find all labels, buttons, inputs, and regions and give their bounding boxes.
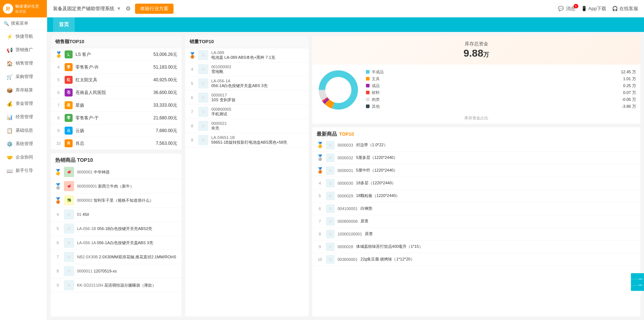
product-image: □ — [198, 78, 208, 89]
product-image: □ — [64, 223, 74, 234]
donut-chart-svg — [317, 68, 360, 112]
float-btn-service[interactable]: 客服热线 — [631, 273, 644, 279]
list-item: 7 □ NB2.0X30B 2.0X30MM双排花轴,推花直径2.1MM/ROH… — [51, 250, 182, 264]
inventory-legend: 半成品 12.45 万 文具 1.01 万 成品 0 — [366, 69, 636, 111]
list-item: 4 □ 0000030 18多层（1220*2440） — [312, 177, 640, 190]
product-image: □ — [326, 179, 335, 188]
list-item: 7 □ 000800008 原查 — [312, 215, 640, 228]
list-item: 10 肖 肖总 7,563.00元 — [51, 137, 182, 150]
guide-icon: 📖 — [6, 168, 13, 174]
main-area: 装备及固定资产辅助管理系统 ▼ ⚙ 体验行业方案 💬 6 消息 📱 App下载 … — [47, 0, 644, 320]
product-image: □ — [64, 209, 74, 220]
list-item: 7 星 星扬 33,333.00元 — [51, 99, 182, 112]
sidebar-item-corp[interactable]: 🤝 企业协同 — [0, 151, 47, 164]
message-badge[interactable]: 💬 6 消息 — [558, 5, 575, 12]
header-right: 💬 6 消息 📱 App下载 🎧 在线客服 — [558, 5, 638, 12]
avatar: 云 — [65, 127, 73, 135]
sidebar-item-finance[interactable]: 💰 资金管理 — [0, 97, 47, 110]
quicknav-icon: ⚡ — [6, 34, 13, 40]
badge-count: 6 — [574, 4, 578, 8]
search-menu[interactable]: 🔍 搜索菜单 — [0, 17, 47, 30]
hot-products-panel: 热销商品 TOP10 🥇 🥩 0000001 中华神器 🥈 — [51, 153, 182, 316]
list-item: 8 □ 10000100001 原查 — [312, 228, 640, 241]
new-products-panel: 最新商品 TOP10 🥇 □ 0000033 封边带（1.0*22） 🥈 □ — [312, 127, 640, 316]
list-item: 🥈 □ 0000032 5厘多层（1220*2440） — [312, 152, 640, 164]
avatar: 零 — [65, 63, 73, 71]
sales-panel-header: 销量TOP10 — [185, 36, 309, 48]
inventory-total: 库存总资金 9.88万 — [312, 36, 640, 65]
logo-area: 好 畅捷通好生意 标准版 — [0, 0, 47, 17]
trial-button[interactable]: 体验行业方案 — [135, 4, 174, 14]
list-item: 8 □ 0000021 夹壳 — [185, 119, 309, 133]
product-image: □ — [326, 217, 335, 226]
list-item: 9 云 云扬 7,680.00元 — [51, 124, 182, 137]
list-item: 4 零 零售客户-许 51,183.00元 — [51, 61, 182, 74]
customer-list: 🥇 L LS 客户 53,006.26元 4 零 零售客户-许 51,183.0… — [51, 48, 182, 150]
avatar: 红 — [65, 76, 73, 84]
list-item: 🥉 🥦 0000002 智利车子里（规格不知道填什么） — [51, 193, 182, 208]
medal-icon: 🥇 — [55, 51, 62, 58]
product-image: □ — [64, 280, 74, 290]
content-area: 销售额TOP10 🥇 L LS 客户 53,006.26元 4 零 — [47, 32, 644, 320]
legend-item: 肉类 -0.05 万 — [366, 97, 636, 102]
hot-products-header: 热销商品 TOP10 — [51, 153, 182, 165]
legend-item: 材料 0.07 万 — [366, 90, 636, 95]
avatar: 苍 — [65, 89, 73, 97]
tab-home[interactable]: 首页 — [53, 17, 75, 32]
sales-icon: 🏠 — [6, 61, 13, 66]
sales-top10-panel: 销量TOP10 🥉 □ LA-089 电池盖 LA-089 ABS本色+黑种 7… — [185, 36, 309, 316]
avatar: L — [65, 50, 73, 58]
finance-icon: 💰 — [6, 101, 13, 107]
system-icon: ⚙️ — [6, 141, 13, 147]
logo-text: 畅捷通好生意 标准版 — [15, 4, 39, 13]
marketing-icon: 📢 — [6, 47, 13, 53]
sidebar-item-sales[interactable]: 🏠 销售管理 — [0, 57, 47, 70]
product-image: 🥩 — [64, 167, 74, 177]
sidebar-item-purchase[interactable]: 🛒 采购管理 — [0, 70, 47, 83]
list-item: 🥇 □ 0000033 封边带（1.0*22） — [312, 139, 640, 152]
float-btn-live[interactable]: 直播 — [631, 286, 644, 291]
product-image: □ — [326, 255, 335, 264]
list-item: 9 □ LA-59651-1B 59651-1B旋转投影灯电池盒ABS黑色+58… — [185, 133, 309, 147]
settings-icon[interactable]: ⚙ — [126, 5, 131, 12]
inventory-chart: 半成品 12.45 万 文具 1.01 万 成品 0 — [312, 65, 640, 115]
online-service[interactable]: 🎧 在线客服 — [612, 5, 638, 12]
product-image: □ — [326, 166, 335, 175]
app-download[interactable]: 📱 App下载 — [581, 5, 606, 12]
inventory-icon: 📦 — [6, 87, 13, 93]
sidebar-item-quicknav[interactable]: ⚡ 快捷导航 — [0, 30, 47, 43]
sales-list: 🥉 □ LA-089 电池盖 LA-089 ABS本色+黑种 7.1克 4 □ — [185, 48, 309, 316]
sidebar-item-marketing[interactable]: 📢 营销推广 — [0, 43, 47, 57]
purchase-icon: 🛒 — [6, 74, 13, 80]
operations-icon: 📊 — [6, 114, 13, 120]
list-item: 🥇 🥩 0000001 中华神器 — [51, 165, 182, 179]
product-image: 🥦 — [64, 195, 74, 205]
sidebar-item-guide[interactable]: 📖 新手引导 — [0, 164, 47, 177]
legend-item: 半成品 12.45 万 — [366, 69, 636, 75]
list-item: 🥇 L LS 客户 53,006.26元 — [51, 48, 182, 61]
legend-item: 其他 -3.86 万 — [366, 104, 636, 109]
sidebar-item-inventory[interactable]: 📦 库存核算 — [0, 83, 47, 97]
headset-icon: 🎧 — [612, 6, 618, 11]
legend-item: 文具 1.01 万 — [366, 76, 636, 82]
dropdown-arrow-icon[interactable]: ▼ — [117, 6, 121, 11]
sidebar-item-basicinfo[interactable]: 📋 基础信息 — [0, 124, 47, 137]
list-item: 6 □ LA-056-1A 056-1A白色按键开关盖ABS 3壳 — [51, 236, 182, 250]
product-image: □ — [64, 252, 74, 262]
sidebar-item-operations[interactable]: 📊 经营管理 — [0, 110, 47, 124]
avatar: 肖 — [65, 139, 73, 147]
list-item: 9 □ KK-SD22110H 花语萌恒温分腿睡袋（厚款） — [51, 278, 182, 292]
float-btn-community[interactable]: 服务社区 — [631, 279, 644, 286]
sidebar-item-system[interactable]: ⚙️ 系统管理 — [0, 137, 47, 151]
system-name: 装备及固定资产辅助管理系统 ▼ — [53, 5, 121, 12]
top-header: 装备及固定资产辅助管理系统 ▼ ⚙ 体验行业方案 💬 6 消息 📱 App下载 … — [47, 0, 644, 17]
corp-icon: 🤝 — [6, 155, 13, 160]
product-image: □ — [326, 153, 335, 162]
product-image: □ — [326, 230, 335, 238]
inventory-ratio-label: 库存资金占比 — [312, 115, 640, 124]
list-item: 5 □ LA-056-1B 056-1B白色按键开关壳ABS2壳 — [51, 222, 182, 236]
product-image: □ — [326, 192, 335, 200]
new-products-header: 最新商品 TOP10 — [312, 127, 640, 139]
product-image: □ — [326, 141, 335, 149]
list-item: 6 □ 004100001 白钢垫 — [312, 202, 640, 215]
